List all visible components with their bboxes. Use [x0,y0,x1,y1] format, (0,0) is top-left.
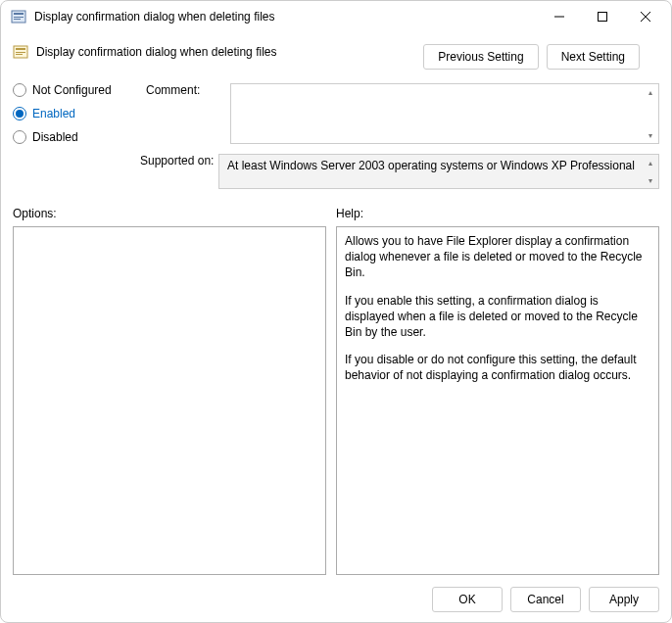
svg-rect-5 [599,13,607,22]
header-row: Display confirmation dialog when deletin… [13,40,659,83]
comment-scrollbar[interactable]: ▴ ▾ [643,84,658,143]
options-label: Options: [13,207,336,220]
help-label: Help: [336,207,659,220]
svg-rect-11 [16,54,23,55]
previous-setting-button[interactable]: Previous Setting [423,44,538,70]
help-paragraph: If you enable this setting, a confirmati… [345,293,650,341]
next-setting-button[interactable]: Next Setting [547,44,640,70]
dialog-content: Display confirmation dialog when deletin… [1,32,671,622]
dialog-footer: OK Cancel Apply [13,575,659,612]
maximize-button[interactable] [581,2,624,31]
scroll-down-icon: ▾ [643,127,658,143]
help-paragraph: If you disable or do not configure this … [345,352,650,383]
window-controls [538,2,667,31]
radio-icon [13,107,26,120]
comment-label: Comment: [146,83,224,97]
radio-icon [13,130,26,144]
radio-label: Enabled [32,107,75,120]
svg-rect-10 [16,52,25,53]
radio-disabled[interactable]: Disabled [13,130,140,144]
radio-icon [13,83,26,97]
close-button[interactable] [624,2,667,31]
window-title: Display confirmation dialog when deletin… [34,10,538,24]
supported-on-field: At least Windows Server 2003 operating s… [218,154,659,189]
scroll-up-icon: ▴ [643,84,658,100]
help-panel: Allows you to have File Explorer display… [336,226,659,575]
comment-textarea[interactable]: ▴ ▾ [230,83,659,144]
svg-rect-3 [14,19,21,20]
app-icon [11,9,26,24]
state-radio-group: Not Configured Enabled Disabled [13,83,140,144]
svg-rect-1 [14,13,24,15]
apply-button[interactable]: Apply [589,587,659,612]
policy-icon [13,44,28,60]
scroll-up-icon: ▴ [643,155,658,170]
scroll-down-icon: ▾ [643,172,658,188]
radio-enabled[interactable]: Enabled [13,107,140,120]
policy-dialog-window: Display confirmation dialog when deletin… [0,0,672,623]
minimize-button[interactable] [538,2,581,31]
options-panel [13,226,326,575]
cancel-button[interactable]: Cancel [510,587,581,612]
supported-on-value: At least Windows Server 2003 operating s… [227,159,635,172]
svg-rect-9 [16,48,25,50]
policy-title: Display confirmation dialog when deletin… [36,45,276,59]
radio-not-configured[interactable]: Not Configured [13,83,140,97]
supported-scrollbar[interactable]: ▴ ▾ [643,155,658,188]
titlebar: Display confirmation dialog when deletin… [1,1,671,32]
radio-label: Disabled [32,130,78,144]
help-paragraph: Allows you to have File Explorer display… [345,233,650,281]
svg-rect-2 [14,17,24,18]
radio-label: Not Configured [32,83,112,97]
ok-button[interactable]: OK [432,587,503,612]
supported-on-label: Supported on: [140,154,218,168]
